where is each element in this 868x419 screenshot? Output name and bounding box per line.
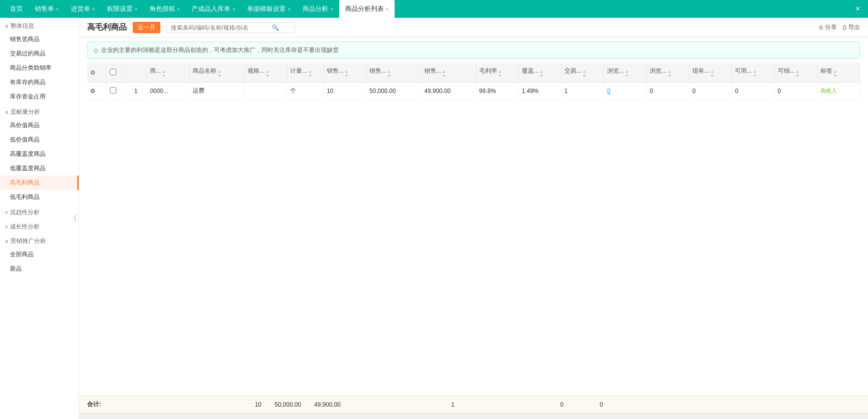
sort-icon[interactable]: ▲▼ <box>387 69 391 78</box>
col-header-no[interactable] <box>125 63 147 83</box>
col-header-unit[interactable]: 计量...▲▼ <box>287 63 324 83</box>
nav-label: 产成品入库单 <box>192 4 230 13</box>
nav-label: 权限设置 <box>107 4 133 13</box>
main-layout: ∨整体信息销售览商品交易过的商品商品分类助销率有库存的商品库存资金占用∨贡献量分… <box>0 18 868 419</box>
section-label: 整体信息 <box>10 22 34 30</box>
nav-close-icon[interactable]: × <box>288 6 291 12</box>
nav-item-2[interactable]: 进货单× <box>65 0 101 18</box>
nav-close-icon[interactable]: × <box>135 6 138 12</box>
sidebar-item-1-5[interactable]: 低毛利商品 <box>0 190 79 204</box>
col-header-transaction[interactable]: 交易...▲▼ <box>561 63 604 83</box>
search-input[interactable] <box>171 24 270 31</box>
col-header-settings[interactable]: ⚙ <box>87 63 106 83</box>
sidebar-section-3[interactable]: >成长性分析 <box>0 219 79 233</box>
col-header-gross_margin[interactable]: 毛利率▲▼ <box>476 63 518 83</box>
cell-gross_margin: 99.8% <box>476 83 518 99</box>
col-header-sales_qty[interactable]: 销售...▲▼ <box>323 63 366 83</box>
sort-icon[interactable]: ▲▼ <box>217 69 221 78</box>
sort-icon[interactable]: ▲▼ <box>582 69 586 78</box>
row-settings-icon[interactable]: ⚙ <box>90 88 96 94</box>
col-header-browse1[interactable]: 浏览...▲▼ <box>604 63 647 83</box>
col-header-current_stock[interactable]: 现有...▲▼ <box>689 63 732 83</box>
sidebar-item-0-0[interactable]: 销售览商品 <box>0 32 79 47</box>
share-button[interactable]: ⎘ 分享 <box>819 23 837 32</box>
col-header-saleable[interactable]: 可销...▲▼ <box>774 63 817 83</box>
sidebar-item-4-1[interactable]: 新品 <box>0 262 79 276</box>
row-checkbox[interactable] <box>110 87 116 93</box>
nav-item-5[interactable]: 产成品入库单× <box>186 0 241 18</box>
col-header-sales_profit[interactable]: 销售...▲▼ <box>421 63 476 83</box>
nav-close-icon[interactable]: × <box>386 6 389 12</box>
sort-icon[interactable]: ▲▼ <box>442 69 446 78</box>
section-label: 贡献量分析 <box>10 108 40 116</box>
table-row: ⚙10000...运费个1050,000.0049,900.0099.8%1.4… <box>87 83 860 99</box>
cell-code: 0000... <box>147 83 190 99</box>
sort-icon[interactable]: ▲▼ <box>833 69 837 78</box>
nav-close-icon[interactable]: × <box>232 6 235 12</box>
col-header-coverage[interactable]: 覆盖...▲▼ <box>518 63 561 83</box>
col-header-name[interactable]: 商品名称▲▼ <box>190 63 245 83</box>
sidebar-item-0-4[interactable]: 库存资金占用 <box>0 90 79 104</box>
nav-close-icon[interactable]: × <box>56 6 59 12</box>
col-header-sales_amount[interactable]: 销售...▲▼ <box>366 63 421 83</box>
nav-item-0[interactable]: 首页 <box>4 0 29 18</box>
nav-label: 销售单 <box>35 4 54 13</box>
sidebar-item-0-2[interactable]: 商品分类助销率 <box>0 61 79 75</box>
search-icon[interactable]: 🔍 <box>272 24 279 31</box>
sidebar-section-0[interactable]: ∨整体信息 <box>0 18 79 32</box>
col-header-spec[interactable]: 规格...▲▼ <box>244 63 287 83</box>
sort-icon[interactable]: ▲▼ <box>796 69 800 78</box>
sidebar-item-1-0[interactable]: 高价值商品 <box>0 118 79 133</box>
sort-icon[interactable]: ▲▼ <box>265 69 269 78</box>
content-header: 高毛利商品 近一月 🔍 ⎘ 分享 ⎙ 导出 <box>79 18 868 38</box>
window-close-button[interactable]: × <box>852 4 864 13</box>
nav-item-3[interactable]: 权限设置× <box>101 0 144 18</box>
col-header-code[interactable]: 商...▲▼ <box>147 63 190 83</box>
cell-current_stock: 0 <box>689 83 732 99</box>
sidebar-item-1-1[interactable]: 低价值商品 <box>0 133 79 147</box>
nav-close-icon[interactable]: × <box>330 6 333 12</box>
col-header-available[interactable]: 可用...▲▼ <box>732 63 774 83</box>
nav-label: 商品分析 <box>303 4 328 13</box>
select-all-checkbox[interactable] <box>110 69 116 75</box>
sort-icon[interactable]: ▲▼ <box>710 69 714 78</box>
chevron-icon: ∨ <box>5 109 8 115</box>
sidebar-collapse-button[interactable]: 《 <box>68 212 79 225</box>
sidebar-item-1-4[interactable]: 高毛利商品 <box>0 176 79 190</box>
sort-icon[interactable]: ▲▼ <box>625 69 629 78</box>
browse-link[interactable]: 0 <box>607 88 611 94</box>
sort-icon[interactable]: ▲▼ <box>540 69 544 78</box>
cell-browse1[interactable]: 0 <box>604 83 647 99</box>
settings-icon[interactable]: ⚙ <box>90 69 96 76</box>
sort-icon[interactable]: ▲▼ <box>162 69 166 78</box>
col-header-checkbox[interactable] <box>106 63 125 83</box>
nav-item-8[interactable]: 商品分析列表× <box>339 0 395 18</box>
sidebar-section-1[interactable]: ∨贡献量分析 <box>0 104 79 118</box>
nav-item-7[interactable]: 商品分析× <box>297 0 339 18</box>
sidebar-item-0-1[interactable]: 交易过的商品 <box>0 47 79 61</box>
sort-icon[interactable]: ▲▼ <box>345 69 349 78</box>
col-header-browse2[interactable]: 浏览...▲▼ <box>647 63 689 83</box>
sidebar-item-1-2[interactable]: 高覆盖度商品 <box>0 147 79 161</box>
nav-close-icon[interactable]: × <box>92 6 95 12</box>
sidebar-section-4[interactable]: ∨营销推广分析 <box>0 233 79 247</box>
sort-icon[interactable]: ▲▼ <box>667 69 671 78</box>
sort-icon[interactable]: ▲▼ <box>753 69 757 78</box>
sidebar-section-2[interactable]: >流趋性分析 <box>0 204 79 219</box>
nav-item-6[interactable]: 单据模板设置× <box>241 0 297 18</box>
sidebar-item-1-3[interactable]: 低覆盖度商品 <box>0 161 79 176</box>
col-header-tag[interactable]: 标签▲▼ <box>817 63 860 83</box>
sidebar: ∨整体信息销售览商品交易过的商品商品分类助销率有库存的商品库存资金占用∨贡献量分… <box>0 18 79 419</box>
sidebar-item-4-0[interactable]: 全部商品 <box>0 247 79 262</box>
sort-icon[interactable]: ▲▼ <box>498 69 502 78</box>
date-filter-button[interactable]: 近一月 <box>133 22 160 33</box>
sort-icon[interactable]: ▲▼ <box>308 69 312 78</box>
nav-close-icon[interactable]: × <box>177 6 180 12</box>
bottom-scrollbar[interactable] <box>79 413 868 419</box>
nav-item-1[interactable]: 销售单× <box>29 0 65 18</box>
footer-sales-amount: 50,000.00 <box>264 401 304 408</box>
nav-item-4[interactable]: 角色授权× <box>144 0 186 18</box>
sidebar-item-0-3[interactable]: 有库存的商品 <box>0 75 79 90</box>
export-button[interactable]: ⎙ 导出 <box>843 23 860 32</box>
cell-spec <box>244 83 287 99</box>
